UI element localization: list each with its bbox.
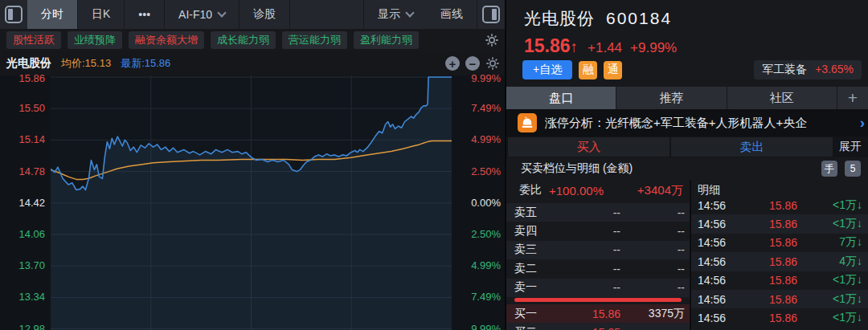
trade-amount: 7万↓ [797,235,868,250]
percent-axis-label: 4.99% [454,259,501,272]
ask-row[interactable]: 卖三---- [506,241,690,259]
tag-chip[interactable]: 成长能力弱 [211,31,276,49]
price-axis-label: 13.34 [0,291,45,304]
detail-row[interactable]: 14:5615.864万↓ [691,252,868,271]
level-price: -- [548,225,620,238]
tag-chip[interactable]: 融资余额大增 [129,31,204,49]
level-price: 15.86 [548,308,620,320]
panel-tabs: 盘口 推荐 社区 + [506,87,868,109]
level-label: 买一 [506,307,548,321]
limit-up-analysis-link[interactable]: 涨停分析：光纤概念+军工装备+人形机器人+央企 › [506,109,868,136]
collapse-right-panel-icon[interactable] [477,0,505,29]
percent-axis-label: 7.49% [454,102,501,115]
tab-daily-k[interactable]: 日K [78,0,125,29]
trade-time: 14:56 [691,255,735,268]
level-label: 买二 [506,325,548,330]
detail-row[interactable]: 14:5615.86<1万↓ [691,271,868,290]
detail-row[interactable]: 14:5615.86<1万↓ [691,214,868,233]
level-label: 卖一 [506,280,548,295]
intraday-chart-canvas[interactable] [51,75,452,330]
chart-stock-name: 光电股份 [6,56,51,71]
trade-time: 14:56 [691,312,735,324]
last-price-legend: 最新:15.86 [121,56,170,71]
sector-change-pct: +3.65% [815,63,854,75]
ask-row[interactable]: 卖四---- [506,222,690,240]
sell-tab[interactable]: 卖出 [671,137,833,157]
connect-badge[interactable]: 通 [604,61,622,79]
order-book-header: 买卖档位与明细 (金额) 手 5 [506,157,868,180]
price-up-arrow-icon: ↑ [571,39,579,56]
ai-f10-dropdown[interactable]: AI-F10 [165,0,240,29]
price-axis-label: 14.42 [0,197,45,210]
price-axis-label: 13.70 [0,259,45,272]
detail-row[interactable]: 14:5615.86<1万↓ [691,290,868,308]
trade-price: 15.86 [735,236,797,249]
trade-price: 15.86 [735,293,797,306]
trade-time: 14:56 [691,293,735,306]
percent-axis-label: 9.99% [454,323,501,330]
commission-ratio-value: +100.00% [549,184,604,198]
price-axis-label: 12.98 [0,323,45,330]
add-tab-icon[interactable]: + [837,87,868,109]
trade-price: 15.86 [735,312,797,324]
trade-time: 14:56 [691,218,735,230]
collapse-left-panel-icon[interactable] [0,0,27,29]
tag-chip[interactable]: 业绩预降 [68,31,122,49]
trade-price: 15.86 [735,218,797,230]
trade-tabs: 买入 卖出 展开 [506,136,868,157]
trade-amount: 4万↓ [797,255,868,269]
diagnose-button[interactable]: 诊股 [240,0,290,29]
percent-axis-label: 7.49% [454,291,501,304]
buy-tab[interactable]: 买入 [508,137,669,157]
detail-row[interactable]: 14:5615.86<1万↓ [691,196,868,214]
expand-button[interactable]: 展开 [833,136,868,157]
tag-chip[interactable]: 股性活跃 [6,31,61,49]
level-amount: 3375万 [620,307,690,321]
level-price: -- [548,206,620,219]
trade-detail-list: 14:5615.86<1万↓14:5615.86<1万↓14:5615.867万… [691,196,868,328]
sector-link[interactable]: 军工装备 +3.65% [754,60,862,79]
tab-intraday[interactable]: 分时 [27,0,78,29]
ask-row[interactable]: 卖一---- [506,279,690,297]
chevron-down-icon [405,8,414,17]
add-watchlist-button[interactable]: +自选 [522,60,572,79]
draw-line-button[interactable]: 画线 [427,0,477,29]
level-price: -- [548,243,620,256]
tab-recommend[interactable]: 推荐 [616,87,727,109]
zoom-in-icon[interactable]: + [445,56,460,71]
tag-chip[interactable]: 营运能力弱 [282,31,347,49]
tags-settings-gear-icon[interactable] [485,33,499,51]
unit-hand-badge[interactable]: 手 [821,161,837,177]
tag-chip[interactable]: 盈利能力弱 [354,31,419,49]
quote-header: 光电股份600184 15.86 ↑ +1.44 +9.99% +自选 融 通 … [506,0,868,87]
level-amount: -- [620,281,690,294]
chart-settings-gear-icon[interactable] [485,56,500,71]
detail-row[interactable]: 14:5615.86<1万↓ [691,308,868,327]
alarm-icon [518,113,537,132]
trade-amount: <1万↓ [797,217,868,231]
toolbar-spacer [290,0,364,29]
display-dropdown[interactable]: 显示 [364,0,427,29]
margin-badge[interactable]: 融 [579,61,597,79]
stock-title: 光电股份600184 [524,7,672,30]
quote-pane: 光电股份600184 15.86 ↑ +1.44 +9.99% +自选 融 通 … [505,0,868,330]
more-periods-button[interactable]: ••• [125,0,165,29]
bid-row[interactable]: 买二15.85-- [506,323,690,330]
ask-row[interactable]: 卖五---- [506,203,690,222]
zoom-out-icon[interactable]: − [465,56,480,71]
tab-order-book[interactable]: 盘口 [506,87,616,109]
price-change: +1.44 [588,40,622,56]
order-book-levels: 委比 +100.00% +3404万 卖五----卖四----卖三----卖二-… [506,180,690,330]
price-axis-label: 15.50 [0,102,45,115]
ask-row[interactable]: 卖二---- [506,259,690,278]
percent-axis-label: 4.99% [454,133,501,146]
level-count-badge[interactable]: 5 [845,161,861,177]
level-amount: -- [620,263,690,275]
bid-row[interactable]: 买一15.863375万 [506,304,690,323]
ai-f10-label: AI-F10 [178,8,212,21]
tab-community[interactable]: 社区 [727,87,837,109]
trade-time: 14:56 [691,274,735,287]
percent-axis-label: 2.50% [454,165,501,178]
trade-amount: <1万↓ [797,292,868,307]
detail-row[interactable]: 14:5615.867万↓ [691,234,868,252]
